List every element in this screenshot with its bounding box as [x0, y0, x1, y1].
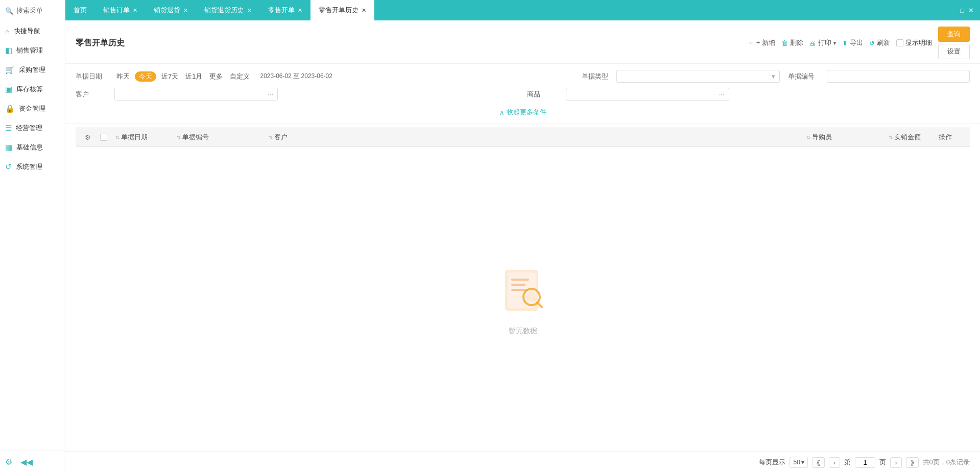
page-size-value: 50 — [793, 459, 800, 466]
date-opt-custom[interactable]: 自定义 — [228, 71, 252, 82]
sidebar-item-kuaijie[interactable]: ⌂ 快捷导航 — [0, 21, 65, 41]
home-icon: ⌂ — [5, 27, 10, 36]
select-all-checkbox[interactable] — [100, 134, 107, 141]
tab-sales-order-close[interactable]: ✕ — [133, 7, 137, 14]
print-label: 打印 — [818, 38, 831, 47]
bottom-collapse-icon[interactable]: ◀◀ — [20, 457, 33, 467]
filter-row-2: 客户 ··· 商品 ··· — [76, 88, 970, 101]
tab-retail-open-label: 零售开单 — [268, 6, 295, 15]
sort-icon: ⇅ — [269, 135, 273, 140]
th-date-label: 单据日期 — [121, 133, 148, 142]
tab-sales-return-history[interactable]: 销货退货历史 ✕ — [196, 0, 260, 20]
setting-button[interactable]: 设置 — [938, 44, 970, 59]
th-customer[interactable]: ⇅ 客户 — [265, 133, 802, 142]
page-next-btn[interactable]: › — [890, 457, 901, 468]
refresh-label: 刷新 — [877, 38, 890, 47]
product-select[interactable]: ··· — [566, 88, 729, 101]
delete-button[interactable]: 🗑 删除 — [781, 38, 803, 47]
tab-sales-order-label: 销售订单 — [103, 6, 130, 15]
date-opt-yesterday[interactable]: 昨天 — [114, 71, 132, 82]
info-icon: ▦ — [5, 143, 12, 152]
empty-icon — [495, 262, 551, 318]
th-amount[interactable]: ⇅ 实销金额 — [864, 133, 925, 142]
inventory-icon: ▣ — [5, 85, 12, 94]
page-first-btn[interactable]: ⟪ — [812, 457, 825, 468]
tab-sales-order[interactable]: 销售订单 ✕ — [95, 0, 146, 20]
total-info: 共0页，0条记录 — [923, 458, 970, 467]
close-btn[interactable]: ✕ — [968, 7, 974, 14]
tab-sales-return-close[interactable]: ✕ — [183, 7, 188, 14]
tab-retail-open-close[interactable]: ✕ — [298, 7, 302, 14]
customer-select[interactable]: ··· — [114, 88, 278, 101]
doc-type-filter-label: 单据类型 — [578, 72, 608, 81]
tab-sales-return[interactable]: 销货退货 ✕ — [146, 0, 196, 20]
date-opt-today[interactable]: 今天 — [135, 71, 156, 82]
sidebar-item-xiaoshou[interactable]: ◧ 销售管理 — [0, 41, 65, 60]
doc-type-arrow: ▾ — [772, 72, 775, 80]
sidebar-item-jichu[interactable]: ▦ 基础信息 — [0, 138, 65, 157]
sort-icon: ⇅ — [806, 135, 810, 140]
page-prev-btn[interactable]: ‹ — [829, 457, 840, 468]
th-num-label: 单据编号 — [182, 133, 209, 142]
tab-retail-open-history-label: 零售开单历史 — [319, 6, 358, 15]
query-button[interactable]: 查询 — [938, 27, 970, 42]
table-check-all[interactable] — [96, 134, 111, 141]
page-number-input[interactable] — [855, 457, 875, 468]
tab-sales-return-history-close[interactable]: ✕ — [247, 7, 252, 14]
bottom-gear-icon[interactable]: ⚙ — [5, 457, 12, 467]
sidebar-item-kucun[interactable]: ▣ 库存核算 — [0, 80, 65, 99]
doc-type-select[interactable]: ▾ — [616, 70, 780, 83]
doc-num-filter-label: 单据编号 — [788, 72, 819, 81]
th-date[interactable]: ⇅ 单据日期 — [111, 133, 173, 142]
display-detail-toggle[interactable]: 显示明细 — [896, 38, 932, 47]
date-opt-7days[interactable]: 近7天 — [159, 71, 180, 82]
page-last-btn[interactable]: ⟫ — [906, 457, 919, 468]
toolbar: ＋ + 新增 🗑 删除 🖨 打印 ▾ ⬆ 导出 ↺ — [748, 27, 970, 59]
refresh-button[interactable]: ↺ 刷新 — [869, 38, 890, 47]
table-settings-icon[interactable]: ⚙ — [80, 134, 96, 141]
page-size-select[interactable]: 50 ▾ — [790, 457, 807, 468]
add-button[interactable]: ＋ + 新增 — [748, 38, 775, 47]
date-opt-more[interactable]: 更多 — [207, 71, 225, 82]
sidebar-item-zijin[interactable]: 🔒 资金管理 — [0, 99, 65, 118]
tab-retail-open-history[interactable]: 零售开单历史 ✕ — [310, 0, 374, 20]
minimize-btn[interactable]: — — [949, 7, 956, 14]
collapse-label: 收起更多条件 — [507, 108, 546, 117]
collapse-filter-btn[interactable]: ∧ 收起更多条件 — [499, 108, 546, 117]
sidebar-item-caigou[interactable]: 🛒 采购管理 — [0, 60, 65, 80]
svg-rect-2 — [511, 279, 529, 281]
tab-retail-open[interactable]: 零售开单 ✕ — [260, 0, 310, 20]
tab-home[interactable]: 首页 — [65, 0, 95, 20]
sidebar-item-jingying[interactable]: ☰ 经营管理 — [0, 118, 65, 138]
maximize-btn[interactable]: □ — [960, 7, 964, 14]
th-customer-label: 客户 — [274, 133, 288, 142]
sidebar-item-label: 资金管理 — [19, 104, 45, 113]
management-icon: ☰ — [5, 123, 12, 133]
sidebar-item-xitong[interactable]: ↺ 系统管理 — [0, 157, 65, 177]
display-detail-checkbox[interactable] — [896, 39, 903, 46]
display-detail-label: 显示明细 — [905, 38, 932, 47]
doc-num-input[interactable] — [827, 70, 970, 83]
date-filter-label: 单据日期 — [76, 72, 106, 81]
page-unit: 页 — [879, 458, 886, 467]
tab-retail-open-history-close[interactable]: ✕ — [362, 7, 366, 14]
collapse-arrow-icon: ∧ — [499, 109, 505, 116]
tab-sales-return-label: 销货退货 — [154, 6, 180, 15]
th-num[interactable]: ⇅ 单据编号 — [173, 133, 265, 142]
svg-rect-3 — [511, 284, 525, 286]
sidebar-search[interactable]: 🔍 搜索采单 — [0, 0, 65, 21]
page-label: 第 — [844, 458, 851, 467]
th-guide[interactable]: ⇅ 导购员 — [802, 133, 864, 142]
delete-icon: 🗑 — [781, 39, 788, 47]
sidebar-item-label: 快捷导航 — [14, 27, 40, 36]
th-guide-label: 导购员 — [812, 133, 832, 142]
print-icon: 🖨 — [809, 39, 816, 47]
export-button[interactable]: ⬆ 导出 — [842, 38, 863, 47]
sort-icon: ⇅ — [115, 135, 119, 140]
system-icon: ↺ — [5, 162, 12, 171]
date-opt-1month[interactable]: 近1月 — [183, 71, 204, 82]
page-header: 零售开单历史 ＋ + 新增 🗑 删除 🖨 打印 ▾ ⬆ 导出 — [65, 20, 980, 64]
product-dots: ··· — [719, 90, 725, 98]
add-label: + 新增 — [756, 38, 775, 47]
print-button[interactable]: 🖨 打印 ▾ — [809, 38, 836, 47]
